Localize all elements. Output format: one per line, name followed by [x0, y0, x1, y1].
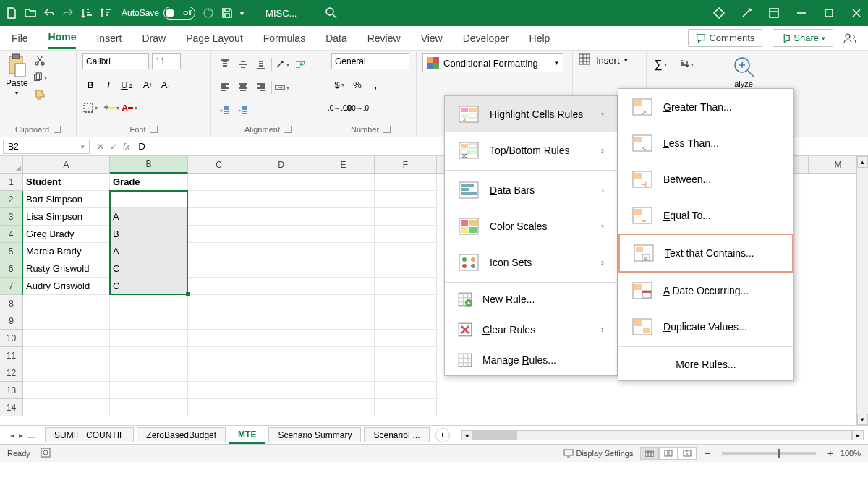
column-header-F[interactable]: F	[375, 156, 437, 174]
increase-indent-button[interactable]	[235, 103, 251, 119]
cell-F11[interactable]	[375, 347, 437, 364]
name-box[interactable]: B2▾	[3, 140, 90, 154]
wand-icon[interactable]	[741, 7, 752, 19]
people-icon[interactable]	[843, 32, 856, 45]
cell-B3[interactable]: A	[110, 208, 188, 226]
open-icon[interactable]	[25, 7, 36, 19]
cell-F8[interactable]	[375, 295, 437, 312]
qat-more-icon[interactable]: ▾	[240, 9, 244, 17]
cell-F1[interactable]	[375, 174, 437, 191]
menu-icon-sets[interactable]: Icon Sets ›	[445, 244, 617, 281]
cell-E1[interactable]	[312, 174, 375, 191]
paste-button[interactable]: Paste ▾	[6, 53, 28, 96]
cut-button[interactable]	[33, 53, 47, 67]
cell-C4[interactable]	[188, 226, 250, 243]
cell-A13[interactable]	[23, 382, 110, 399]
scroll-down-button[interactable]: ▾	[857, 414, 868, 425]
cell-D11[interactable]	[250, 347, 312, 364]
menu-new-rule[interactable]: New Rule...	[445, 284, 617, 314]
row-header-11[interactable]: 11	[0, 347, 23, 364]
cell-F6[interactable]	[375, 260, 437, 278]
refresh-icon[interactable]	[203, 7, 214, 19]
cell-E2[interactable]	[312, 191, 375, 208]
menu-text-contains[interactable]: a Text that Contains...	[618, 234, 793, 273]
row-header-3[interactable]: 3	[0, 208, 23, 226]
cell-E3[interactable]	[312, 208, 375, 226]
comma-button[interactable]: ,	[367, 77, 383, 93]
tab-insert[interactable]: Insert	[96, 28, 122, 48]
cell-C8[interactable]	[188, 295, 250, 312]
currency-button[interactable]: $	[331, 77, 347, 93]
cell-C1[interactable]	[188, 174, 250, 191]
underline-button[interactable]: U	[119, 77, 135, 93]
border-button[interactable]	[82, 100, 98, 116]
tab-file[interactable]: File	[12, 28, 28, 48]
sort-filter-button[interactable]	[678, 56, 694, 72]
sort-desc-icon[interactable]	[100, 7, 111, 19]
view-page-break-button[interactable]	[678, 447, 697, 460]
tab-developer[interactable]: Developer	[463, 28, 509, 48]
sheet-tab-zero[interactable]: ZeroBasedBudget	[137, 427, 226, 442]
percent-button[interactable]: %	[349, 77, 365, 93]
cell-E12[interactable]	[312, 364, 375, 382]
bold-button[interactable]: B	[82, 77, 98, 93]
autosave-toggle[interactable]: AutoSave Off	[122, 7, 195, 20]
cell-F14[interactable]	[375, 399, 437, 416]
row-header-8[interactable]: 8	[0, 295, 23, 312]
column-header-E[interactable]: E	[312, 156, 375, 174]
menu-clear-rules[interactable]: Clear Rules ›	[445, 314, 617, 345]
menu-manage-rules[interactable]: Manage Rules...	[445, 345, 617, 375]
sheet-nav-prev[interactable]: ◂	[9, 430, 16, 440]
fx-icon[interactable]: fx	[123, 142, 129, 152]
cell-D1[interactable]	[250, 174, 312, 191]
cell-D8[interactable]	[250, 295, 312, 312]
save-icon[interactable]	[221, 7, 233, 19]
tab-review[interactable]: Review	[367, 28, 401, 48]
cell-C5[interactable]	[188, 243, 250, 260]
cell-C2[interactable]	[188, 191, 250, 208]
vertical-scrollbar[interactable]: ▴ ▾	[856, 156, 868, 425]
cell-A1[interactable]: Student	[23, 174, 110, 191]
cell-E13[interactable]	[312, 382, 375, 399]
minimize-icon[interactable]	[796, 7, 807, 19]
menu-data-bars[interactable]: Data Bars ›	[445, 172, 617, 208]
menu-top-bottom[interactable]: 10 Top/Bottom Rules ›	[445, 132, 617, 168]
row-header-2[interactable]: 2	[0, 191, 23, 208]
menu-less-than[interactable]: < Less Than...	[618, 125, 793, 161]
scroll-right-button[interactable]: ▸	[852, 430, 864, 440]
menu-highlight-cells[interactable]: ≤ Highlight Cells Rules ›	[445, 96, 617, 132]
cell-B9[interactable]	[110, 312, 188, 330]
cell-F9[interactable]	[375, 312, 437, 330]
sheet-tab-scenario2[interactable]: ScenarioI ...	[364, 427, 429, 442]
cell-F10[interactable]	[375, 330, 437, 347]
cell-C3[interactable]	[188, 208, 250, 226]
align-right-button[interactable]	[253, 80, 269, 95]
font-color-button[interactable]: A	[122, 100, 137, 116]
redo-icon[interactable]	[62, 7, 74, 19]
ribbon-mode-icon[interactable]	[768, 7, 780, 19]
column-header-A[interactable]: A	[23, 156, 110, 174]
zoom-out-button[interactable]: −	[704, 448, 710, 459]
conditional-formatting-button[interactable]: Conditional Formatting ▾	[422, 53, 563, 72]
cell-D13[interactable]	[250, 382, 312, 399]
cell-C7[interactable]	[188, 278, 250, 295]
cell-D5[interactable]	[250, 243, 312, 260]
cell-B4[interactable]: B	[110, 226, 188, 243]
alignment-launcher[interactable]	[284, 126, 292, 133]
menu-greater-than[interactable]: > Greater Than...	[618, 89, 793, 125]
menu-equal-to[interactable]: = Equal To...	[618, 197, 793, 234]
cell-B6[interactable]: C	[110, 260, 188, 278]
fill-color-button[interactable]	[103, 100, 119, 116]
align-center-button[interactable]	[235, 80, 251, 95]
cell-F7[interactable]	[375, 278, 437, 295]
cell-B8[interactable]	[110, 295, 188, 312]
cell-A7[interactable]: Audry Griswold	[23, 278, 110, 295]
column-header-B[interactable]: B	[110, 156, 188, 174]
cell-E11[interactable]	[312, 347, 375, 364]
select-all-corner[interactable]	[0, 156, 23, 174]
italic-button[interactable]: I	[101, 77, 116, 93]
share-button[interactable]: Share ▾	[773, 29, 833, 47]
close-icon[interactable]	[851, 7, 862, 19]
zoom-in-button[interactable]: +	[827, 448, 833, 459]
wrap-text-button[interactable]	[292, 56, 308, 72]
